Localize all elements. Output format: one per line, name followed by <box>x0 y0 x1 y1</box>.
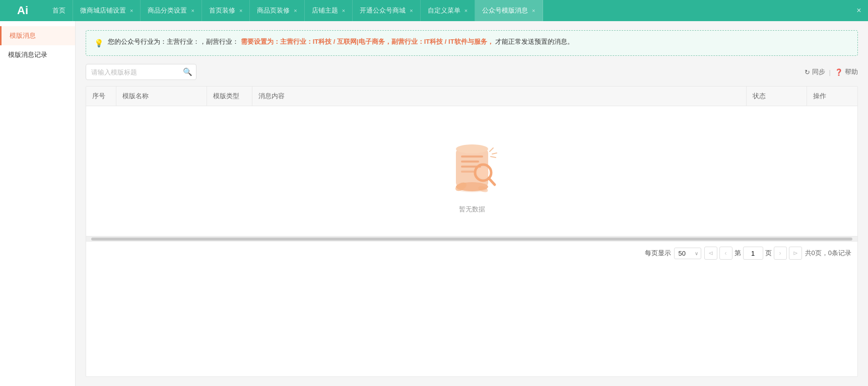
notice-highlight: 需要设置为：主营行业：IT科技 / 互联网|电子商务，副营行业：IT科技 / I… <box>241 38 494 45</box>
page-nav: ⊲ ‹ 第 页 › ⊳ <box>704 247 802 260</box>
total-info: 共0页，0条记录 <box>805 249 851 258</box>
nav-tab-product-decoration[interactable]: 商品页装修× <box>250 0 304 21</box>
nav-tab-template-msg[interactable]: 公众号模版消息× <box>475 0 543 21</box>
svg-point-9 <box>478 167 489 178</box>
svg-line-11 <box>490 148 493 151</box>
page-number-input[interactable] <box>743 247 763 260</box>
sidebar-item-label: 模版消息记录 <box>8 50 47 59</box>
svg-rect-5 <box>461 161 479 163</box>
empty-state: 暂无数据 <box>86 106 857 234</box>
sync-icon: ↻ <box>805 68 810 76</box>
pagination: 每页显示 50 20 100 ⊲ ‹ 第 页 › <box>86 241 857 265</box>
tab-close-shop-settings[interactable]: × <box>130 8 133 14</box>
nav-tab-home-decoration[interactable]: 首页装修× <box>202 0 250 21</box>
col-header-name: 模版名称 <box>116 87 207 106</box>
app-logo: Ai <box>0 0 45 21</box>
nav-tabs: 首页微商城店铺设置×商品分类设置×首页装修×商品页装修×店铺主题×开通公众号商城… <box>45 0 850 21</box>
table-header: 序号 模版名称 模版类型 消息内容 状态 操作 <box>86 87 857 106</box>
tab-label: 店铺主题 <box>312 6 338 15</box>
search-actions: ↻ 同步 | ❓ 帮助 <box>805 67 858 76</box>
svg-line-13 <box>491 157 496 158</box>
tab-label: 首页 <box>52 6 65 15</box>
nav-tab-category-settings[interactable]: 商品分类设置× <box>141 0 202 21</box>
svg-point-2 <box>456 144 488 153</box>
svg-line-10 <box>489 178 495 185</box>
search-button[interactable]: 🔍 <box>183 67 192 76</box>
tab-close-home-decoration[interactable]: × <box>239 8 242 14</box>
tab-label: 商品分类设置 <box>148 6 187 15</box>
col-header-status: 状态 <box>747 87 807 106</box>
tab-close-template-msg[interactable]: × <box>532 8 535 14</box>
help-icon: ❓ <box>835 68 843 76</box>
nav-tab-home[interactable]: 首页 <box>45 0 73 21</box>
nav-tab-shop-theme[interactable]: 店铺主题× <box>305 0 353 21</box>
search-input-wrap: 🔍 <box>86 64 196 80</box>
page-first-button[interactable]: ⊲ <box>704 247 717 260</box>
tab-close-open-mall[interactable]: × <box>410 8 413 14</box>
notice-text: 您的公众号行业为：主营行业：，副营行业： 需要设置为：主营行业：IT科技 / 互… <box>108 37 574 47</box>
page-label-pre: 第 <box>735 249 741 258</box>
search-bar: 🔍 ↻ 同步 | ❓ 帮助 <box>86 64 858 80</box>
top-nav: Ai 首页微商城店铺设置×商品分类设置×首页装修×商品页装修×店铺主题×开通公众… <box>0 0 868 21</box>
scrollbar-track <box>91 238 852 241</box>
tab-close-product-decoration[interactable]: × <box>294 8 297 14</box>
search-input[interactable] <box>86 64 196 80</box>
nav-tab-open-mall[interactable]: 开通公众号商城× <box>353 0 420 21</box>
sidebar-item-template-msg[interactable]: 模版消息 <box>0 26 75 45</box>
page-label-post: 页 <box>765 249 772 258</box>
table-scrollbar[interactable] <box>86 236 857 241</box>
col-header-action: 操作 <box>807 87 857 106</box>
page-size-select: 每页显示 50 20 100 <box>645 248 701 259</box>
empty-text: 暂无数据 <box>459 205 485 214</box>
notice-box: 💡 您的公众号行业为：主营行业：，副营行业： 需要设置为：主营行业：IT科技 /… <box>86 30 858 56</box>
svg-rect-4 <box>461 156 483 158</box>
tab-label: 开通公众号商城 <box>360 6 406 15</box>
sidebar: 模版消息模版消息记录 <box>0 21 76 386</box>
page-size-dropdown[interactable]: 50 20 100 <box>674 248 701 259</box>
data-table: 序号 模版名称 模版类型 消息内容 状态 操作 <box>86 86 858 377</box>
tab-close-shop-theme[interactable]: × <box>342 8 345 14</box>
tab-label: 首页装修 <box>209 6 235 15</box>
svg-line-12 <box>492 153 497 154</box>
notice-icon: 💡 <box>94 37 104 49</box>
tab-label: 公众号模版消息 <box>482 6 528 15</box>
nav-tab-shop-settings[interactable]: 微商城店铺设置× <box>73 0 141 21</box>
col-header-seq: 序号 <box>86 87 116 106</box>
sidebar-item-template-log[interactable]: 模版消息记录 <box>0 45 75 64</box>
help-button[interactable]: ❓ 帮助 <box>835 67 858 76</box>
divider: | <box>829 68 831 76</box>
empty-illustration <box>442 136 502 197</box>
page-last-button[interactable]: ⊳ <box>789 247 802 260</box>
main-layout: 模版消息模版消息记录 💡 您的公众号行业为：主营行业：，副营行业： 需要设置为：… <box>0 21 868 386</box>
page-prev-button[interactable]: ‹ <box>719 247 732 260</box>
tab-label: 自定义菜单 <box>428 6 460 15</box>
page-size-wrap: 50 20 100 <box>674 248 701 259</box>
col-header-type: 模版类型 <box>207 87 252 106</box>
content-area: 💡 您的公众号行业为：主营行业：，副营行业： 需要设置为：主营行业：IT科技 /… <box>76 21 868 386</box>
sync-button[interactable]: ↻ 同步 <box>805 67 825 76</box>
nav-tab-custom-menu[interactable]: 自定义菜单× <box>421 0 475 21</box>
tab-close-category-settings[interactable]: × <box>191 8 194 14</box>
page-next-button[interactable]: › <box>774 247 787 260</box>
tab-close-custom-menu[interactable]: × <box>464 8 468 14</box>
tab-label: 微商城店铺设置 <box>80 6 126 15</box>
svg-rect-7 <box>461 171 476 173</box>
tab-label: 商品页装修 <box>257 6 290 15</box>
col-header-content: 消息内容 <box>252 87 747 106</box>
sidebar-item-label: 模版消息 <box>10 31 36 40</box>
close-all-button[interactable]: × <box>850 0 868 21</box>
page-size-label: 每页显示 <box>645 249 671 258</box>
